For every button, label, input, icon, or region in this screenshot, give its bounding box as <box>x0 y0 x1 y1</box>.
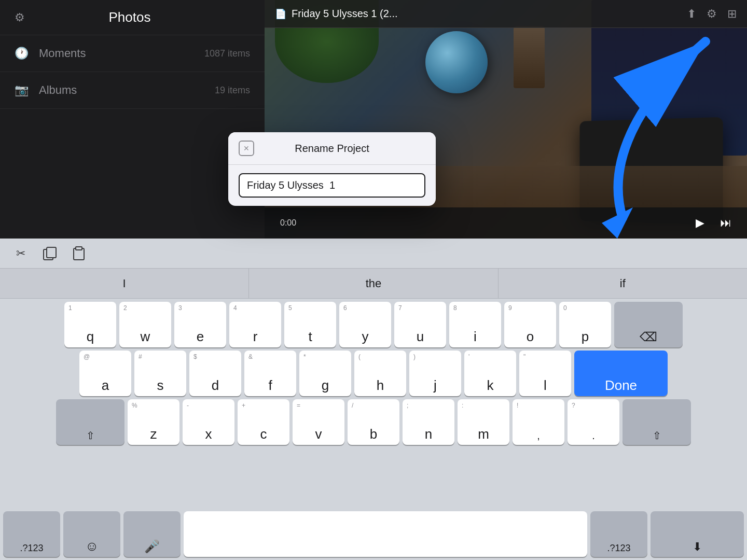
globe-decoration <box>425 31 488 93</box>
rename-input-field[interactable] <box>239 173 425 198</box>
autocomplete-bar: I the if <box>0 269 747 299</box>
svg-rect-3 <box>47 247 56 258</box>
keys-container: 1q 2w 3e 4r 5t 6y 7u 8i 9o 0p ⌫ @a #s $d… <box>0 299 747 508</box>
bottom-key-row: .?123 ☺ 🎤 .?123 ⬇ <box>0 508 747 560</box>
keyboard-toolbar: ✂ <box>0 239 747 269</box>
key-x[interactable]: -x <box>183 399 234 445</box>
autocomplete-item-2[interactable]: if <box>499 269 747 298</box>
autocomplete-item-0[interactable]: I <box>0 269 249 298</box>
autocomplete-item-1[interactable]: the <box>249 269 498 298</box>
key-period[interactable]: ?. <box>568 399 619 445</box>
key-i[interactable]: 8i <box>449 302 501 347</box>
key-j[interactable]: )j <box>409 351 461 396</box>
keyboard: ✂ I the if 1q 2w 3e <box>0 239 747 560</box>
key-row-1: 1q 2w 3e 4r 5t 6y 7u 8i 9o 0p ⌫ <box>3 302 744 347</box>
right-panel-title: Friday 5 Ulysses 1 (2... <box>292 8 687 20</box>
mic-key[interactable]: 🎤 <box>123 511 181 557</box>
topbar-actions: ⬆ ⚙ ⊞ <box>687 7 737 21</box>
time-display: 0:00 <box>280 218 296 228</box>
key-y[interactable]: 6y <box>339 302 391 347</box>
dialog-close-button[interactable]: ✕ <box>239 141 254 156</box>
space-key[interactable] <box>184 511 587 557</box>
skip-forward-button[interactable]: ⏭ <box>720 216 731 230</box>
key-q[interactable]: 1q <box>64 302 116 347</box>
sidebar-header: ⚙ Photos <box>0 0 265 35</box>
copy-button[interactable] <box>37 243 62 264</box>
backspace-key[interactable]: ⌫ <box>614 302 683 347</box>
dismiss-keyboard-key[interactable]: ⬇ <box>651 511 744 557</box>
num-toggle-left[interactable]: .?123 <box>3 511 60 557</box>
key-u[interactable]: 7u <box>394 302 446 347</box>
key-n[interactable]: ;n <box>403 399 454 445</box>
moments-label: Moments <box>39 47 204 60</box>
key-row-2: @a #s $d &f *g (h )j 'k "l Done <box>3 351 744 396</box>
key-v[interactable]: =v <box>293 399 344 445</box>
key-h[interactable]: (h <box>354 351 406 396</box>
file-icon: 📄 <box>275 8 286 20</box>
sidebar: ⚙ Photos 🕐 Moments 1087 items 📷 Albums 1… <box>0 0 265 239</box>
albums-label: Albums <box>39 83 215 97</box>
dialog-title: Rename Project <box>259 143 425 155</box>
key-c[interactable]: +c <box>238 399 289 445</box>
key-t[interactable]: 5t <box>284 302 336 347</box>
albums-icon: 📷 <box>15 83 29 97</box>
gear-icon[interactable]: ⚙ <box>15 11 25 24</box>
num-toggle-right[interactable]: .?123 <box>590 511 647 557</box>
moments-icon: 🕐 <box>15 47 29 60</box>
dialog-header: ✕ Rename Project <box>228 132 436 165</box>
shift-right-key[interactable]: ⇧ <box>622 399 691 445</box>
moments-count: 1087 items <box>204 48 250 59</box>
playback-controls: ▶ ⏭ <box>696 216 731 230</box>
key-z[interactable]: %z <box>128 399 179 445</box>
key-f[interactable]: &f <box>244 351 296 396</box>
key-g[interactable]: *g <box>299 351 351 396</box>
settings-icon[interactable]: ⚙ <box>707 7 717 21</box>
done-key[interactable]: Done <box>574 351 668 396</box>
svg-rect-5 <box>76 247 82 250</box>
right-topbar: 📄 Friday 5 Ulysses 1 (2... ⬆ ⚙ ⊞ <box>265 0 747 28</box>
sidebar-title: Photos <box>25 9 234 25</box>
key-o[interactable]: 9o <box>504 302 556 347</box>
sidebar-item-albums[interactable]: 📷 Albums 19 items <box>0 72 265 109</box>
key-w[interactable]: 2w <box>119 302 171 347</box>
shift-left-key[interactable]: ⇧ <box>56 399 125 445</box>
pencil-cup <box>514 26 545 88</box>
key-comma[interactable]: !, <box>513 399 564 445</box>
export-icon[interactable]: ⬆ <box>687 7 696 21</box>
key-l[interactable]: "l <box>519 351 571 396</box>
close-icon: ✕ <box>243 144 250 152</box>
key-b[interactable]: /b <box>348 399 399 445</box>
key-r[interactable]: 4r <box>229 302 281 347</box>
key-s[interactable]: #s <box>134 351 186 396</box>
right-bottombar: 0:00 ▶ ⏭ <box>265 207 747 239</box>
paste-button[interactable] <box>66 243 91 264</box>
emoji-key[interactable]: ☺ <box>63 511 120 557</box>
dialog-body <box>228 165 436 206</box>
key-e[interactable]: 3e <box>174 302 226 347</box>
cut-button[interactable]: ✂ <box>8 243 33 264</box>
key-k[interactable]: 'k <box>464 351 516 396</box>
key-m[interactable]: :m <box>458 399 509 445</box>
play-button[interactable]: ▶ <box>696 216 704 230</box>
layout-icon[interactable]: ⊞ <box>727 7 737 21</box>
key-row-3: ⇧ %z -x +c =v /b ;n :m !, ?. ⇧ <box>3 399 744 445</box>
key-d[interactable]: $d <box>189 351 241 396</box>
key-a[interactable]: @a <box>79 351 131 396</box>
rename-dialog: ✕ Rename Project <box>228 132 436 206</box>
albums-count: 19 items <box>215 85 250 96</box>
sidebar-item-moments[interactable]: 🕐 Moments 1087 items <box>0 35 265 72</box>
key-p[interactable]: 0p <box>559 302 611 347</box>
